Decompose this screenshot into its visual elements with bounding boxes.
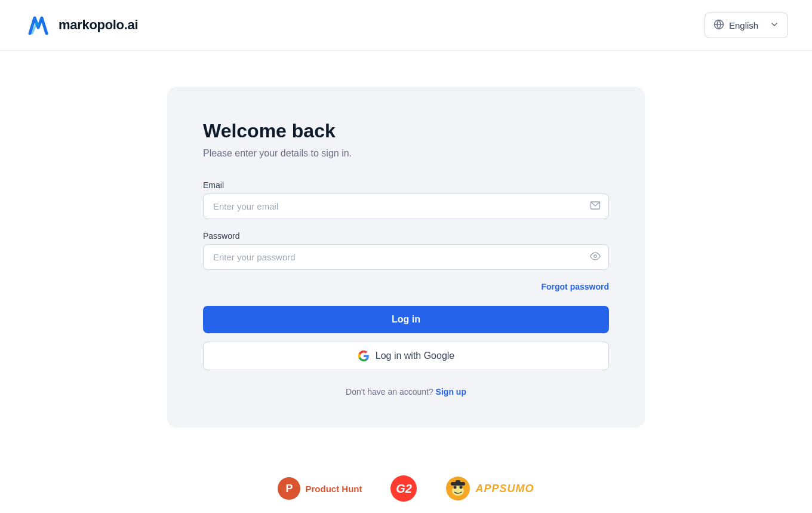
password-input[interactable]	[203, 244, 609, 270]
language-selector[interactable]: English	[705, 13, 788, 38]
password-label: Password	[203, 231, 609, 241]
card-title: Welcome back	[203, 120, 609, 142]
email-input-wrapper	[203, 193, 609, 219]
login-card: Welcome back Please enter your details t…	[167, 87, 645, 428]
svg-rect-9	[456, 480, 460, 483]
svg-point-6	[454, 486, 457, 489]
appsumo-label: APPSUMO	[475, 483, 534, 495]
g2-badge: G2	[390, 475, 417, 502]
google-icon	[358, 350, 370, 362]
product-hunt-badge: P Product Hunt	[278, 477, 362, 500]
globe-icon	[713, 19, 724, 32]
card-subtitle: Please enter your details to sign in.	[203, 148, 609, 159]
login-button[interactable]: Log in	[203, 306, 609, 333]
email-label: Email	[203, 180, 609, 190]
google-button-label: Log in with Google	[376, 351, 455, 361]
password-input-wrapper	[203, 244, 609, 270]
product-hunt-icon: P	[278, 477, 300, 500]
footer-badges: P Product Hunt G2 APPSUMO	[0, 451, 812, 513]
main-content: Welcome back Please enter your details t…	[0, 51, 812, 451]
forgot-password-link[interactable]: Forgot password	[541, 282, 609, 291]
password-group: Password	[203, 231, 609, 270]
header: markopolo.ai English	[0, 0, 812, 51]
logo-text: markopolo.ai	[59, 17, 138, 33]
forgot-row: Forgot password	[203, 282, 609, 291]
appsumo-badge: APPSUMO	[445, 476, 534, 501]
signup-prompt: Don't have an account?	[346, 387, 433, 397]
email-group: Email	[203, 180, 609, 219]
email-input[interactable]	[203, 193, 609, 219]
show-password-icon[interactable]	[590, 251, 601, 264]
appsumo-icon	[445, 476, 470, 501]
language-label: English	[729, 20, 758, 30]
signup-row: Don't have an account? Sign up	[203, 387, 609, 397]
email-icon	[590, 200, 601, 213]
signup-link[interactable]: Sign up	[436, 387, 466, 397]
logo-icon	[24, 11, 53, 39]
logo-area: markopolo.ai	[24, 11, 138, 39]
chevron-down-icon	[770, 20, 779, 31]
product-hunt-label: Product Hunt	[305, 484, 362, 494]
svg-point-3	[594, 254, 597, 257]
google-login-button[interactable]: Log in with Google	[203, 342, 609, 370]
svg-point-7	[460, 486, 463, 489]
